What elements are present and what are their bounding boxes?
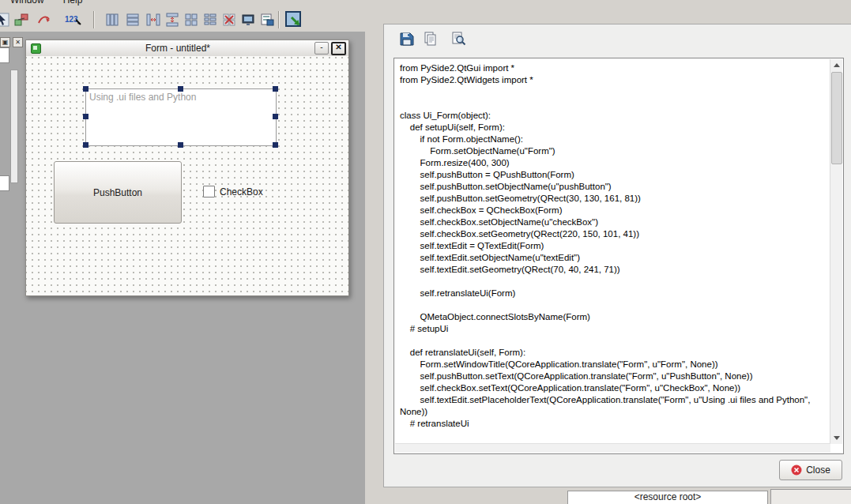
layout-splitter-horizontal-icon[interactable]	[145, 11, 162, 28]
screen: Window Help 123	[0, 0, 851, 504]
selection-handle[interactable]	[178, 142, 183, 148]
checkbox-box[interactable]	[203, 186, 215, 197]
edit-buddies-icon[interactable]	[36, 11, 53, 28]
pushbutton-widget[interactable]: PushButton	[54, 161, 182, 224]
code-vertical-scrollbar[interactable]	[830, 59, 842, 444]
edit-signals-slots-icon[interactable]	[13, 11, 30, 28]
layout-grid-icon[interactable]	[183, 11, 200, 28]
edit-widgets-icon[interactable]	[0, 11, 11, 28]
scroll-up-icon[interactable]	[830, 59, 842, 71]
close-circle-icon	[791, 465, 802, 476]
menu-help[interactable]: Help	[63, 0, 83, 6]
selection-handle[interactable]	[273, 86, 278, 92]
form-window-title: Form - untitled*	[43, 43, 312, 54]
menubar: Window Help	[10, 0, 82, 6]
preview-icon[interactable]	[239, 11, 257, 28]
layout-horizontal-icon[interactable]	[104, 11, 121, 28]
close-button[interactable]: ✕	[331, 42, 346, 55]
dock-titlebar-fragment: ▣ ✕	[0, 37, 23, 47]
selection-handle[interactable]	[273, 114, 278, 119]
code-preview-dialog: from PySide2.QtGui import * from PySide2…	[383, 24, 851, 487]
mdi-area: ▣ ✕ Form - untitled* - ✕ Using .ui files…	[0, 32, 365, 504]
edit-resources-icon[interactable]	[258, 11, 276, 28]
selection-handle[interactable]	[83, 114, 88, 119]
scroll-down-icon[interactable]	[830, 432, 842, 444]
selection-handle[interactable]	[273, 142, 278, 148]
layout-form-icon[interactable]	[201, 11, 219, 28]
copy-icon[interactable]	[422, 30, 439, 47]
code-area[interactable]: from PySide2.QtGui import * from PySide2…	[393, 58, 844, 454]
close-icon[interactable]: ✕	[13, 37, 23, 47]
code-view[interactable]: from PySide2.QtGui import * from PySide2…	[395, 59, 830, 444]
toolbar-separator	[278, 11, 280, 28]
checkbox-label: CheckBox	[220, 186, 263, 197]
layout-vertical-icon[interactable]	[124, 11, 141, 28]
float-icon[interactable]: ▣	[0, 37, 10, 47]
form-designer-window: Form - untitled* - ✕ Using .ui files and…	[25, 39, 349, 296]
code-horizontal-scrollbar[interactable]	[395, 443, 830, 453]
close-dialog-label: Close	[806, 465, 830, 476]
checkbox-widget[interactable]: CheckBox	[203, 186, 263, 197]
resource-panel-fragment	[770, 489, 851, 504]
widget-box-list-fragment	[0, 175, 9, 191]
resource-root-label: <resource root>	[634, 491, 702, 502]
scrollbar-thumb[interactable]	[831, 72, 842, 164]
generated-python-code[interactable]: from PySide2.QtGui import * from PySide2…	[395, 59, 830, 433]
textedit-widget[interactable]: Using .ui files and Python	[85, 88, 277, 146]
close-dialog-button[interactable]: Close	[779, 460, 842, 480]
designer-form-icon	[31, 43, 41, 54]
code-dialog-toolbar	[384, 24, 851, 53]
adjust-size-icon[interactable]	[284, 9, 304, 29]
textedit-placeholder: Using .ui files and Python	[89, 92, 196, 103]
selection-handle[interactable]	[83, 86, 88, 92]
selection-handle[interactable]	[83, 142, 88, 148]
resource-root-item[interactable]: <resource root>	[567, 491, 768, 504]
find-icon[interactable]	[450, 30, 467, 47]
widget-box-scrollbar-fragment[interactable]	[10, 70, 18, 183]
selection-handle[interactable]	[178, 86, 183, 92]
save-icon[interactable]	[398, 30, 416, 47]
widget-box-filter-fragment[interactable]	[0, 47, 9, 63]
toolbar-separator	[93, 11, 95, 28]
form-canvas[interactable]: Using .ui files and Python PushButton Ch…	[26, 56, 348, 295]
edit-tab-order-icon[interactable]: 123	[63, 11, 84, 28]
layout-splitter-vertical-icon[interactable]	[164, 11, 181, 28]
minimize-button[interactable]: -	[314, 42, 329, 55]
menu-window[interactable]: Window	[10, 0, 44, 6]
break-layout-icon[interactable]	[220, 11, 238, 28]
form-window-titlebar[interactable]: Form - untitled* - ✕	[26, 40, 348, 57]
